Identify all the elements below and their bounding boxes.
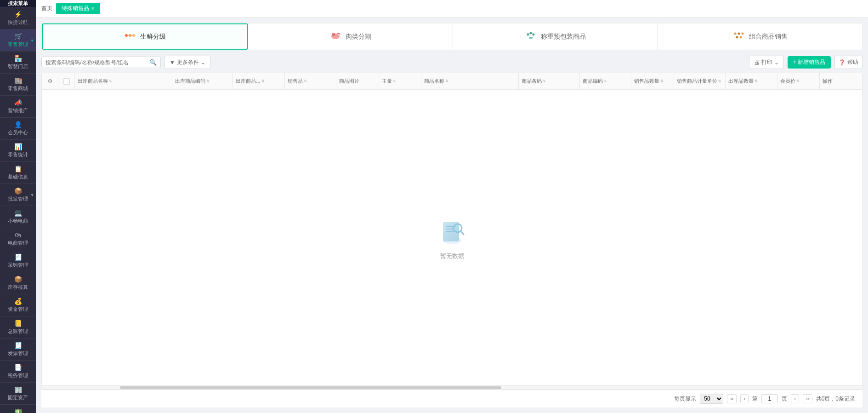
sidebar-item-mini-ecom[interactable]: 💻 小畅电商 [0, 206, 36, 228]
marketing-icon: 📣 [14, 99, 22, 106]
sidebar-item-invoice[interactable]: 🧾 发票管理 [0, 338, 36, 361]
sidebar-item-smart-store[interactable]: 🏪 智慧门店 [0, 52, 36, 74]
sort-icon-11[interactable]: ⇅ [755, 79, 758, 83]
add-product-button[interactable]: + 新增销售品 [788, 56, 831, 69]
svg-point-13 [738, 33, 740, 35]
prev-page-button[interactable]: ‹ [740, 394, 749, 403]
scale-prepack-icon [524, 31, 537, 42]
retail-stats-icon: 📊 [14, 143, 22, 150]
th-out-qty: 出库品数量 ⇅ [726, 73, 777, 89]
th-sale-qty: 销售品数量 ⇅ [631, 73, 674, 89]
sidebar-item-marketing[interactable]: 📣 营销推广 [0, 96, 36, 118]
th-outbound-code: 出库商品编码 ⇅ [172, 73, 233, 89]
sort-icon-10[interactable]: ⇅ [718, 79, 721, 83]
sidebar-item-fixed-assets[interactable]: 🏢 固定资产 [0, 383, 36, 405]
page-size-select[interactable]: 50 10 20 100 [700, 394, 723, 404]
sidebar-item-retail-mall[interactable]: 🏬 零售商城 [0, 74, 36, 96]
pagination-bar: 每页显示 50 10 20 100 « ‹ 第 页 › » 共0页，0条记录 [41, 390, 862, 407]
svg-rect-22 [446, 231, 455, 232]
sidebar-item-label: 电商管理 [8, 240, 28, 247]
sidebar-item-purchase-manage[interactable]: 🧾 采购管理 [0, 250, 36, 272]
sidebar-item-wholesale-manage[interactable]: 📦 批发管理 ▼ [0, 184, 36, 206]
sidebar-item-label: 零售统计 [8, 151, 28, 158]
sidebar-item-retail-manage[interactable]: 🛒 零售管理 ▼ [0, 29, 36, 52]
page-size-label: 每页显示 [674, 395, 696, 403]
purchase-manage-icon: 🧾 [14, 253, 22, 261]
sidebar-item-retail-stats[interactable]: 📊 零售统计 [0, 140, 36, 162]
th-settings[interactable]: ⚙ [42, 73, 58, 89]
tab-scale-prepack[interactable]: 称重预包装商品 [453, 23, 658, 50]
sort-icon-6[interactable]: ⇅ [445, 79, 448, 83]
sidebar-item-label: 快捷导航 [8, 19, 28, 26]
tab-close-icon[interactable]: ✕ [91, 6, 95, 11]
sort-icon-5[interactable]: ⇅ [393, 79, 396, 83]
content-area: 生鲜分级 肉类分割 [36, 17, 868, 413]
sort-icon-8[interactable]: ⇅ [604, 79, 607, 83]
basic-info-icon: 📋 [14, 165, 22, 172]
th-outbound-spec: 出库商品... ⇅ [233, 73, 284, 89]
empty-state: 暂无数据 [42, 90, 862, 385]
sort-icon-2[interactable]: ⇅ [206, 79, 210, 83]
sort-icon-7[interactable]: ⇅ [543, 79, 546, 83]
meat-cut-icon [329, 31, 342, 42]
sidebar-item-ecom-manage[interactable]: 🛍 电商管理 [0, 228, 36, 250]
sidebar-item-quick-nav[interactable]: ⚡ 快捷导航 [0, 7, 36, 29]
chevron-down-icon: ⌄ [201, 59, 205, 66]
sidebar-item-inventory[interactable]: 📦 库存核算 [0, 272, 36, 294]
horizontal-scrollbar[interactable] [42, 385, 862, 389]
sort-icon-3[interactable]: ⇅ [261, 79, 265, 83]
sort-icon-4[interactable]: ⇅ [304, 79, 307, 83]
tab-meat-cut[interactable]: 肉类分割 [248, 23, 453, 50]
finance-icon: 💰 [14, 298, 22, 305]
sidebar-item-tax-manage[interactable]: 📑 税务管理 [0, 361, 36, 383]
first-page-button[interactable]: « [727, 394, 737, 403]
search-input[interactable] [45, 59, 149, 66]
inventory-icon: 📦 [14, 275, 22, 283]
active-tab[interactable]: 特殊销售品 ✕ [56, 3, 100, 14]
page-input[interactable] [761, 394, 778, 403]
th-checkbox[interactable] [58, 73, 75, 89]
page-label-pre: 第 [752, 395, 758, 403]
general-ledger-icon: 📒 [14, 320, 22, 327]
empty-text: 暂无数据 [440, 252, 464, 260]
search-icon: 🔍 [149, 59, 157, 66]
tab-combo-sales[interactable]: 组合商品销售 [658, 23, 862, 50]
sort-icon[interactable]: ⇅ [109, 79, 112, 83]
help-icon: ❓ [839, 59, 845, 66]
header-checkbox[interactable] [63, 78, 70, 85]
scrollbar-thumb[interactable] [120, 386, 501, 389]
next-page-button[interactable]: › [791, 394, 799, 403]
sort-icon-12[interactable]: ⇅ [796, 79, 800, 83]
print-button[interactable]: 🖨 打印 ⌄ [749, 56, 784, 69]
page-label: 页 [782, 395, 787, 403]
sidebar-item-membership[interactable]: 👤 会员中心 [0, 118, 36, 140]
sidebar-item-basic-info[interactable]: 📋 基础信息 [0, 162, 36, 184]
tab-fresh-grade[interactable]: 生鲜分级 [42, 23, 248, 50]
help-button[interactable]: ❓ 帮助 [834, 56, 862, 69]
sidebar-item-label: 资金管理 [8, 306, 28, 313]
search-input-wrap[interactable]: 🔍 [41, 57, 161, 68]
chevron-down-icon-2: ▼ [30, 193, 34, 197]
tab-combo-sales-label: 组合商品销售 [749, 33, 788, 41]
breadcrumb-home[interactable]: 首页 [41, 5, 52, 12]
sidebar-item-label: 智慧门店 [8, 63, 28, 70]
svg-point-16 [739, 36, 742, 39]
toolbar-right: 🖨 打印 ⌄ + 新增销售品 ❓ 帮助 [749, 56, 862, 69]
retail-manage-icon: 🛒 [14, 33, 22, 40]
sort-icon-9[interactable]: ⇅ [660, 79, 664, 83]
last-page-button[interactable]: » [803, 394, 812, 403]
fixed-assets-icon: 🏢 [14, 386, 22, 393]
th-goods-barcode: 商品条码 ⇅ [519, 73, 579, 89]
total-label: 共0页，0条记录 [816, 395, 855, 403]
sidebar-item-label: 批发管理 [8, 195, 28, 202]
sidebar-item-general-ledger[interactable]: 📒 总账管理 [0, 316, 36, 338]
svg-line-24 [460, 231, 464, 235]
th-goods-code: 商品编码 ⇅ [580, 73, 631, 89]
retail-mall-icon: 🏬 [14, 77, 22, 84]
sidebar-item-finance[interactable]: 💰 资金管理 [0, 294, 36, 316]
category-tabs: 生鲜分级 肉类分割 [41, 23, 862, 50]
sidebar-logo[interactable]: 搜索菜单 [0, 0, 36, 7]
sidebar-item-wages[interactable]: 💵 工资 [0, 405, 36, 413]
filter-button[interactable]: ▼ 更多条件 ⌄ [165, 56, 210, 69]
tab-fresh-grade-label: 生鲜分级 [140, 33, 166, 41]
